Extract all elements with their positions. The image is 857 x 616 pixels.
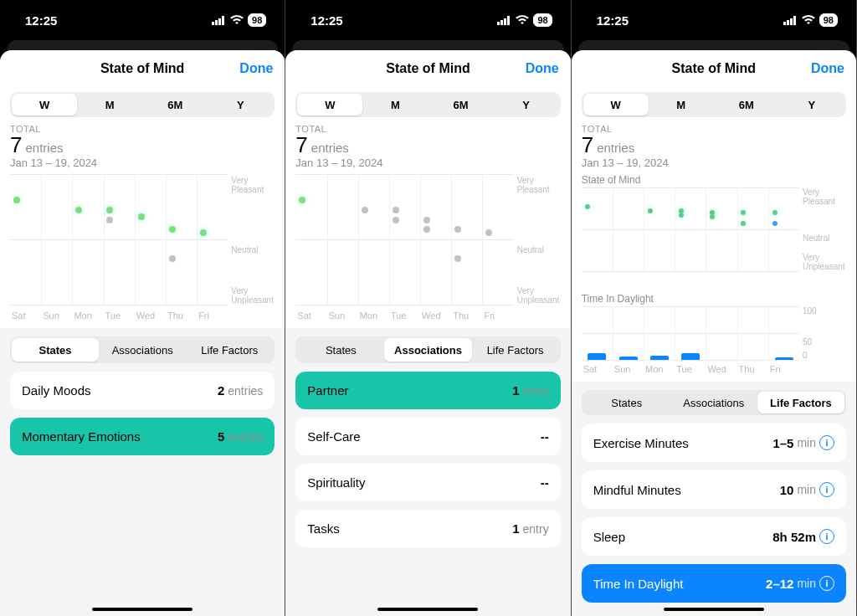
tab-associations[interactable]: Associations [384,338,471,362]
entries-unit: entries [311,141,349,155]
chart-point[interactable] [423,217,430,223]
chart-point[interactable] [299,197,305,203]
timeframe-y[interactable]: Y [494,94,559,116]
tab-associations[interactable]: Associations [99,338,186,362]
done-button[interactable]: Done [239,61,273,76]
list-item-label: Daily Moods [22,383,91,398]
chart-point[interactable] [169,226,176,233]
page-title: State of Mind [386,61,470,76]
chart-point[interactable] [393,217,399,223]
list-item[interactable]: Spirituality-- [295,464,560,501]
chart-bar[interactable] [588,353,606,360]
timeframe-segmented[interactable]: W M 6M Y [582,92,846,117]
chart-point[interactable] [679,213,684,218]
timeframe-y[interactable]: Y [208,94,273,116]
chart-point[interactable] [138,213,145,220]
timeframe-6m[interactable]: 6M [428,94,493,116]
chart-point[interactable] [585,204,590,209]
chart-point[interactable] [648,208,653,213]
chart-point[interactable] [772,221,777,226]
timeframe-6m[interactable]: 6M [714,94,779,116]
detail-tabs[interactable]: States Associations Life Factors [10,336,275,363]
info-icon[interactable]: i [819,482,834,497]
ylabel-mid: Neutral [801,234,846,243]
xtick: Wed [420,306,451,325]
chart-point[interactable] [485,229,492,236]
chart-point[interactable] [741,210,746,215]
tab-life-factors[interactable]: Life Factors [472,338,559,362]
timeframe-m[interactable]: M [362,94,428,116]
detail-tabs[interactable]: States Associations Life Factors [582,390,846,415]
mood-chart[interactable]: Very Pleasant Neutral Very Unpleasant Sa… [295,174,560,325]
detail-tabs[interactable]: States Associations Life Factors [295,336,560,363]
chart-bar[interactable] [681,353,700,360]
list-item-label: Spirituality [307,475,365,490]
done-button[interactable]: Done [811,61,844,76]
xtick: Tue [104,306,135,325]
phone-life-factors: 12:25 98 State of Mind Done W M 6M Y TOT… [572,0,857,616]
svg-rect-7 [507,16,510,25]
ylabel-0: 0 [801,351,846,360]
info-icon[interactable]: i [819,529,834,544]
chart-point[interactable] [362,207,368,213]
chart-point[interactable] [106,217,113,223]
list-item-label: Momentary Emotions [22,429,141,444]
phone-states: 12:25 98 State of Mind Done W M 6M Y TOT… [0,0,285,616]
timeframe-m[interactable]: M [649,94,714,116]
done-button[interactable]: Done [526,61,559,76]
list-item[interactable]: Sleep8h 52mi [582,517,846,556]
tab-states[interactable]: States [12,338,99,362]
timeframe-w[interactable]: W [583,94,649,116]
timeframe-w[interactable]: W [297,94,362,116]
mood-chart[interactable]: Very Pleasant Neutral Very Unpleasant Sa… [10,174,275,325]
list-item[interactable]: Daily Moods2 entries [10,372,275,409]
ylabel-top: Very Pleasant [516,176,561,194]
chart-point[interactable] [454,255,461,262]
info-icon[interactable]: i [819,435,834,450]
tab-life-factors[interactable]: Life Factors [757,392,844,413]
list-item[interactable]: Time In Daylight2–12 mini [582,564,846,603]
home-indicator[interactable] [377,608,478,611]
chart-point[interactable] [454,226,461,233]
timeframe-w[interactable]: W [12,94,77,116]
list-item[interactable]: Mindful Minutes10 mini [582,470,846,509]
tab-associations[interactable]: Associations [670,392,757,413]
xtick: Thu [451,306,482,325]
mood-chart-mini[interactable]: Very Pleasant Neutral Very Unpleasant [582,187,846,288]
list-item[interactable]: Partner1 entry [295,372,560,409]
home-indicator[interactable] [664,608,764,611]
list-item[interactable]: Tasks1 entry [295,510,560,547]
list-item[interactable]: Exercise Minutes1–5 mini [582,424,846,462]
home-indicator[interactable] [92,608,192,611]
chart-point[interactable] [393,207,399,213]
chart-bar[interactable] [650,356,669,360]
chart-point[interactable] [423,226,430,233]
chart-point[interactable] [200,229,207,236]
tab-life-factors[interactable]: Life Factors [186,338,273,362]
info-icon[interactable]: i [819,576,834,591]
timeframe-6m[interactable]: 6M [142,94,208,116]
chart-point[interactable] [741,221,746,226]
chart-bar[interactable] [619,357,638,360]
timeframe-segmented[interactable]: W M 6M Y [295,92,560,117]
timeframe-segmented[interactable]: W M 6M Y [10,92,275,117]
list-item[interactable]: Self-Care-- [295,418,560,455]
xtick: Fri [482,306,513,325]
chart-bar[interactable] [775,357,793,360]
wifi-icon [230,15,244,25]
chart-point[interactable] [710,214,715,219]
tab-states[interactable]: States [583,392,670,413]
timeframe-m[interactable]: M [77,94,142,116]
chart-point[interactable] [169,255,176,262]
chart-point[interactable] [75,207,82,213]
entries-unit: entries [597,141,634,155]
tab-states[interactable]: States [297,338,384,362]
timeframe-y[interactable]: Y [779,94,844,116]
chart-point[interactable] [106,207,113,213]
list-item[interactable]: Momentary Emotions5 entries [10,418,275,455]
chart-point[interactable] [772,210,777,215]
daylight-chart[interactable]: 100 50 0 SatSunMonTueWedThuFri [582,306,846,377]
svg-rect-3 [222,16,224,25]
svg-rect-8 [783,22,786,25]
chart-point[interactable] [13,197,20,203]
